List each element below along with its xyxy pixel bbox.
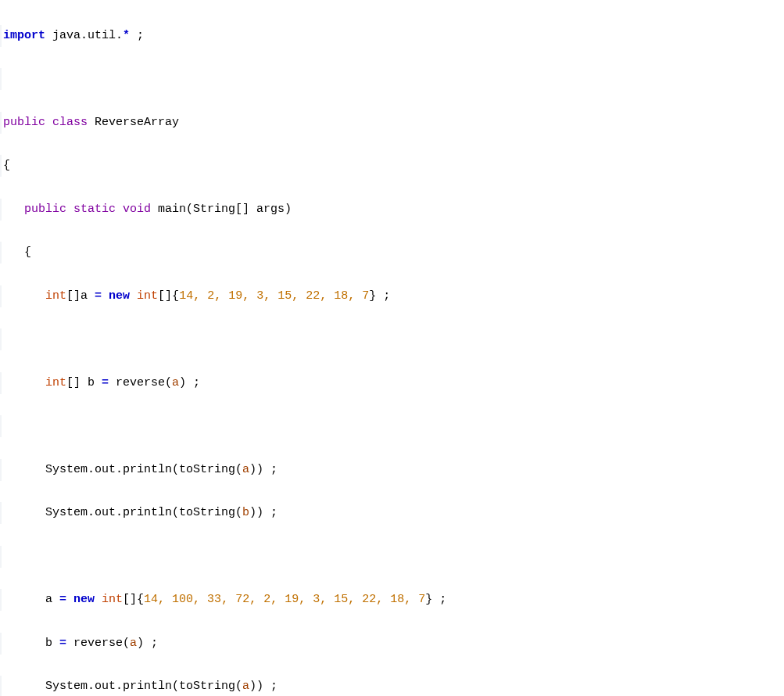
code-line: import java.util.* ;: [0, 25, 784, 47]
code-line: System.out.println(toString(b)) ;: [0, 502, 784, 524]
keyword-import: import: [3, 29, 45, 42]
code-line: b = reverse(a) ;: [0, 633, 784, 655]
code-line: System.out.println(toString(a)) ;: [0, 676, 784, 696]
code-line: {: [0, 155, 784, 177]
code-line: System.out.println(toString(a)) ;: [0, 459, 784, 481]
code-line: {: [0, 242, 784, 264]
code-line: [0, 546, 784, 568]
code-line: [0, 415, 784, 437]
code-line: public static void main(String[] args): [0, 199, 784, 221]
code-line: [0, 68, 784, 90]
code-line: int[] b = reverse(a) ;: [0, 372, 784, 394]
code-editor: import java.util.* ; public class Revers…: [0, 0, 784, 696]
code-line: public class ReverseArray: [0, 112, 784, 134]
code-line: int[]a = new int[]{14, 2, 19, 3, 15, 22,…: [0, 285, 784, 307]
code-line: a = new int[]{14, 100, 33, 72, 2, 19, 3,…: [0, 589, 784, 611]
code-line: [0, 328, 784, 350]
